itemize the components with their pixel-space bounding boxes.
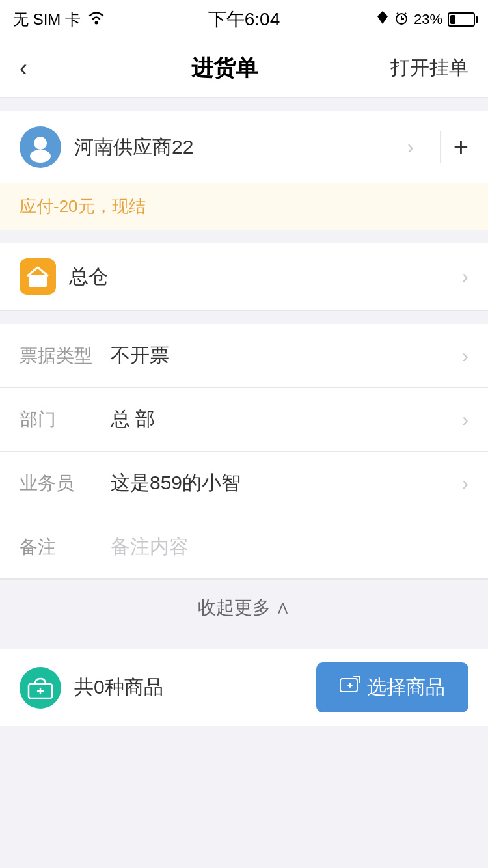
warehouse-section: 总仓 › xyxy=(0,243,488,311)
svg-rect-8 xyxy=(29,275,47,287)
warehouse-chevron-icon: › xyxy=(462,265,468,288)
supplier-chevron-icon: › xyxy=(407,136,414,158)
supplier-section: 河南供应商22 › + 应付-20元，现结 xyxy=(0,111,488,230)
warehouse-row[interactable]: 总仓 › xyxy=(0,243,488,311)
salesperson-chevron-icon: › xyxy=(462,472,468,495)
product-icon xyxy=(20,667,61,709)
svg-point-6 xyxy=(34,137,47,150)
status-right: 23% xyxy=(376,10,475,29)
salesperson-row[interactable]: 业务员 这是859的小智 › xyxy=(0,452,488,515)
back-button[interactable]: ‹ xyxy=(20,55,59,82)
battery-percent: 23% xyxy=(414,11,442,28)
warehouse-icon xyxy=(20,258,56,295)
product-count: 共0种商品 xyxy=(74,674,316,701)
svg-point-0 xyxy=(95,21,98,25)
collapse-toggle[interactable]: 收起更多 ∧ xyxy=(0,579,488,636)
department-label: 部门 xyxy=(20,407,111,432)
salesperson-value: 这是859的小智 xyxy=(111,470,462,496)
status-bar: 无 SIM 卡 下午6:04 23% xyxy=(0,0,488,39)
salesperson-label: 业务员 xyxy=(20,471,111,496)
gap-3 xyxy=(0,311,488,324)
remark-row[interactable]: 备注 备注内容 xyxy=(0,515,488,579)
department-chevron-icon: › xyxy=(462,409,468,431)
notice-bar: 应付-20元，现结 xyxy=(0,183,488,230)
supplier-name: 河南供应商22 xyxy=(74,134,407,161)
gap-1 xyxy=(0,98,488,111)
divider xyxy=(440,131,441,163)
nav-bar: ‹ 进货单 打开挂单 xyxy=(0,39,488,98)
product-bar: 共0种商品 选择商品 xyxy=(0,649,488,726)
svg-point-7 xyxy=(30,150,51,163)
select-product-label: 选择商品 xyxy=(367,674,445,701)
supplier-row[interactable]: 河南供应商22 › + xyxy=(0,111,488,183)
invoice-type-value: 不开票 xyxy=(111,342,462,369)
select-product-button[interactable]: 选择商品 xyxy=(316,662,468,712)
form-section: 票据类型 不开票 › 部门 总 部 › 业务员 这是859的小智 › 备注 备注… xyxy=(0,324,488,636)
invoice-type-chevron-icon: › xyxy=(462,345,468,367)
remark-label: 备注 xyxy=(20,535,111,560)
status-time: 下午6:04 xyxy=(208,7,280,32)
notice-text: 应付-20元，现结 xyxy=(20,197,146,216)
department-value: 总 部 xyxy=(111,406,462,433)
page-background xyxy=(0,726,488,868)
add-supplier-button[interactable]: + xyxy=(454,134,468,160)
open-pending-button[interactable]: 打开挂单 xyxy=(390,55,468,81)
carrier-label: 无 SIM 卡 xyxy=(13,9,81,30)
location-icon xyxy=(376,10,389,29)
invoice-type-label: 票据类型 xyxy=(20,344,111,368)
wifi-icon xyxy=(87,10,105,29)
alarm-icon xyxy=(394,10,409,29)
svg-line-5 xyxy=(404,13,406,15)
gap-2 xyxy=(0,230,488,243)
warehouse-name: 总仓 xyxy=(69,264,462,290)
invoice-type-row[interactable]: 票据类型 不开票 › xyxy=(0,324,488,388)
svg-line-4 xyxy=(397,13,399,15)
collapse-label: 收起更多 ∧ xyxy=(198,597,291,617)
select-product-icon xyxy=(340,676,360,699)
department-row[interactable]: 部门 总 部 › xyxy=(0,388,488,452)
status-left: 无 SIM 卡 xyxy=(13,9,105,30)
supplier-avatar xyxy=(20,126,61,168)
page-title: 进货单 xyxy=(191,53,258,83)
remark-input[interactable]: 备注内容 xyxy=(111,534,468,560)
battery-icon xyxy=(448,12,475,27)
